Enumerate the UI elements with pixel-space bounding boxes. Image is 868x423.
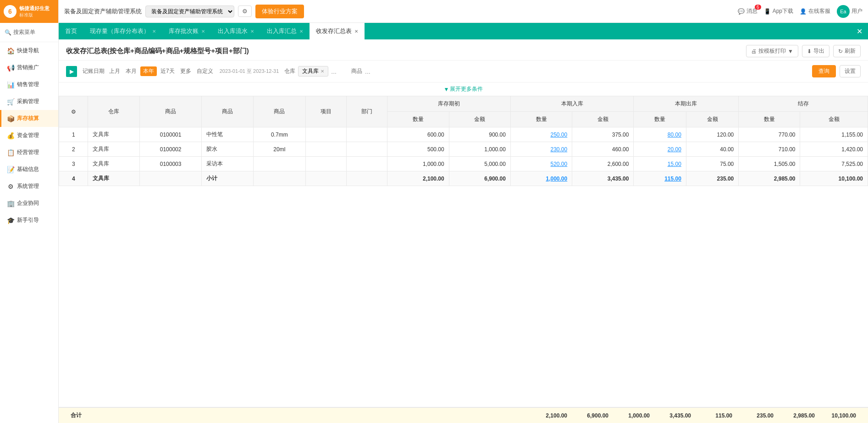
tab-stock-dist[interactable]: 现存量（库存分布表） ✕ xyxy=(83,23,162,39)
th-project: 项目 xyxy=(306,96,347,127)
tab-close-icon[interactable]: ✕ xyxy=(201,29,205,34)
sidebar-item-inventory[interactable]: 📦 库存核算 xyxy=(0,110,58,127)
filter-settings-button[interactable]: 设置 xyxy=(840,65,861,77)
sidebar-item-operations[interactable]: 📋 经营管理 xyxy=(0,144,58,161)
sidebar-item-label: 基础信息 xyxy=(17,165,39,173)
cell-out-qty[interactable]: 115.00 xyxy=(634,171,686,186)
cell-department xyxy=(347,142,387,157)
cell-project xyxy=(306,142,347,157)
tab-batch[interactable]: 库存批次账 ✕ xyxy=(162,23,211,39)
phone-icon: 📱 xyxy=(764,8,771,15)
query-button[interactable]: 查询 xyxy=(812,65,836,77)
user-button[interactable]: Ea 用户 xyxy=(837,5,862,18)
page-header: 收发存汇总表(按仓库+商品编码+商品+规格型号+项目+部门) 🖨 按模板打印 ▼… xyxy=(59,39,868,60)
tab-bar: 首页 现存量（库存分布表） ✕ 库存批次账 ✕ 出入库流水 ✕ 出入库汇总 ✕ … xyxy=(59,23,868,39)
service-icon: 👤 xyxy=(800,8,807,15)
sidebar-item-label: 营销推广 xyxy=(17,64,39,71)
sidebar-item-label: 快捷导航 xyxy=(17,47,39,55)
page-header-actions: 🖨 按模板打印 ▼ ⬇ 导出 ↻ 刷新 xyxy=(746,45,861,57)
cell-product-spec: 20ml xyxy=(253,142,305,157)
trial-button[interactable]: 体验行业方案 xyxy=(255,5,304,18)
warehouse-tag-close[interactable]: ✕ xyxy=(321,69,324,74)
messages-button[interactable]: 💬 消息 6 xyxy=(738,7,757,15)
tab-close-icon[interactable]: ✕ xyxy=(250,29,254,34)
cell-out-qty[interactable]: 20.00 xyxy=(634,142,686,157)
cell-in-qty[interactable]: 1,000.00 xyxy=(510,171,572,186)
cell-product-spec xyxy=(253,157,305,171)
sidebar-item-sales[interactable]: 📊 销售管理 xyxy=(0,76,58,93)
tab-close-active-icon[interactable]: ✕ xyxy=(354,29,358,34)
product-more-button[interactable]: ... xyxy=(365,68,370,75)
cell-in-qty[interactable]: 230.00 xyxy=(510,142,572,157)
warehouse-tag[interactable]: 文具库 ✕ xyxy=(298,66,328,77)
cell-closing-qty: 770.00 xyxy=(739,127,800,142)
date-btn-this-year[interactable]: 本年 xyxy=(140,66,157,76)
cell-closing-amt: 7,525.00 xyxy=(800,157,868,171)
system-select[interactable]: 装备及固定资产辅助管理系统 xyxy=(145,5,234,17)
logo-icon: 6 xyxy=(4,5,17,18)
sidebar-item-basic-info[interactable]: 📝 基础信息 xyxy=(0,161,58,178)
tab-inout-flow[interactable]: 出入库流水 ✕ xyxy=(211,23,260,39)
search-menu-button[interactable]: 🔍 搜索菜单 xyxy=(3,27,55,38)
app-download-button[interactable]: 📱 App下载 xyxy=(764,7,793,15)
close-all-tabs-button[interactable]: ✕ xyxy=(851,27,868,36)
sidebar-search[interactable]: 🔍 搜索菜单 xyxy=(0,23,58,42)
print-button[interactable]: 🖨 按模板打印 ▼ xyxy=(746,45,798,57)
sidebar-item-finance[interactable]: 💰 资金管理 xyxy=(0,127,58,144)
warehouse-more-button[interactable]: ... xyxy=(331,68,337,75)
inventory-icon: 📦 xyxy=(7,115,14,122)
date-btn-custom[interactable]: 自定义 xyxy=(195,66,215,76)
filter-collapse-button[interactable]: ▶ xyxy=(66,66,77,77)
product-filter-group: 商品 ... xyxy=(351,67,370,75)
th-in-qty: 数量 xyxy=(510,112,572,127)
export-button[interactable]: ⬇ 导出 xyxy=(802,45,829,57)
th-opening: 库存期初 xyxy=(387,96,511,112)
tab-home[interactable]: 首页 xyxy=(59,23,83,39)
user-icon: Ea xyxy=(837,5,850,18)
cell-no: 1 xyxy=(59,127,88,142)
cell-out-qty[interactable]: 15.00 xyxy=(634,157,686,171)
sidebar-item-enterprise[interactable]: 🏢 企业协同 xyxy=(0,195,58,212)
cell-out-qty[interactable]: 80.00 xyxy=(634,127,686,142)
footer-in-qty: 1,000.00 xyxy=(613,412,654,419)
refresh-button[interactable]: ↻ 刷新 xyxy=(833,45,861,57)
footer-opening-amt: 6,900.00 xyxy=(572,412,613,419)
tab-inout-summary[interactable]: 出入库汇总 ✕ xyxy=(260,23,310,39)
th-closing-qty: 数量 xyxy=(739,112,800,127)
sidebar-item-system[interactable]: ⚙ 系统管理 xyxy=(0,178,58,195)
date-btn-this-month[interactable]: 本月 xyxy=(124,66,138,76)
sidebar-item-label: 企业协同 xyxy=(17,199,39,207)
cell-in-qty[interactable]: 520.00 xyxy=(510,157,572,171)
date-btn-more[interactable]: 更多 xyxy=(178,66,193,76)
date-filter-group: 记账日期 上月 本月 本年 近7天 更多 自定义 2023-01-01 至 20… xyxy=(83,66,279,76)
topbar: 装备及固定资产辅助管理系统 装备及固定资产辅助管理系统 ⚙ 体验行业方案 💬 消… xyxy=(59,0,868,23)
cell-opening-qty: 600.00 xyxy=(387,127,449,142)
chevron-down-icon: ▼ xyxy=(788,48,793,55)
cell-out-amt: 235.00 xyxy=(686,171,738,186)
tab-close-icon[interactable]: ✕ xyxy=(152,29,156,34)
date-btn-7days[interactable]: 近7天 xyxy=(159,66,177,76)
sidebar-item-marketing[interactable]: 📢 营销推广 xyxy=(0,59,58,76)
sidebar-item-quick-nav[interactable]: 🏠 快捷导航 xyxy=(0,42,58,59)
sidebar-item-purchase[interactable]: 🛒 采购管理 xyxy=(0,93,58,110)
cell-warehouse: 文具库 xyxy=(88,157,140,171)
table-row: 1 文具库 0100001 中性笔 0.7mm 600.00 900.00 25… xyxy=(59,127,868,142)
th-settings[interactable]: ⚙ xyxy=(59,96,88,127)
date-range-display: 2023-01-01 至 2023-12-31 xyxy=(220,68,279,75)
sidebar-item-label: 库存核算 xyxy=(17,115,39,122)
sidebar-item-beginner[interactable]: 🎓 新手引导 xyxy=(0,212,58,229)
tab-close-icon[interactable]: ✕ xyxy=(299,29,303,34)
expand-more-button[interactable]: ▼ 展开更多条件 xyxy=(444,85,483,93)
tab-recv-send[interactable]: 收发存汇总表 ✕ xyxy=(310,23,365,39)
page-content: 收发存汇总表(按仓库+商品编码+商品+规格型号+项目+部门) 🖨 按模板打印 ▼… xyxy=(59,39,868,423)
date-btn-last-month[interactable]: 上月 xyxy=(107,66,122,76)
tab-label: 库存批次账 xyxy=(169,27,199,35)
online-service-button[interactable]: 👤 在线客服 xyxy=(800,7,830,15)
date-options: 上月 本月 本年 近7天 更多 自定义 xyxy=(107,66,215,76)
topbar-settings-button[interactable]: ⚙ xyxy=(238,5,252,17)
data-table-container: ⚙ 仓库 商品 商品 商品 项目 部门 库存期初 本期入库 本期出库 结存 数量 xyxy=(59,96,868,407)
filter-right-actions: 查询 设置 xyxy=(812,65,861,77)
cell-opening-amt: 1,000.00 xyxy=(449,142,510,157)
cell-in-qty[interactable]: 250.00 xyxy=(510,127,572,142)
cell-project xyxy=(306,157,347,171)
